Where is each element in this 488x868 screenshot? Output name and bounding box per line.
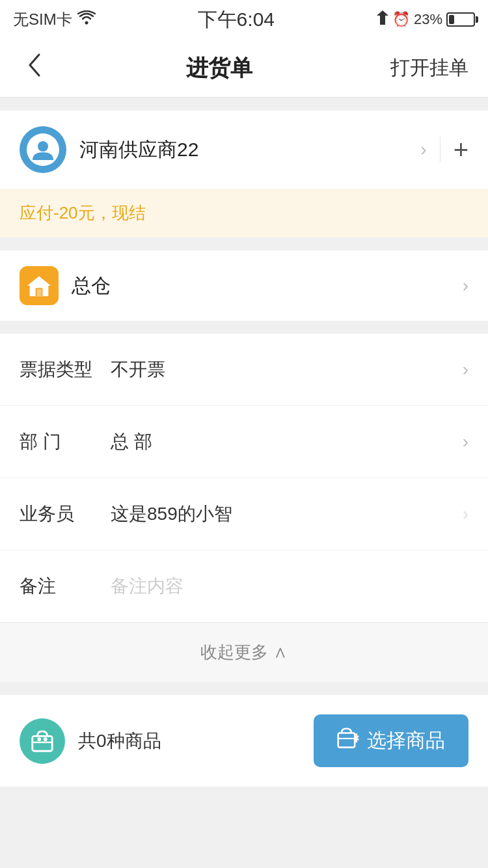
salesperson-row[interactable]: 业务员 这是859的小智 › <box>0 478 488 550</box>
select-product-button[interactable]: 选择商品 <box>314 714 468 767</box>
warehouse-name: 总仓 <box>72 273 463 299</box>
collapse-button[interactable]: 收起更多 ∧ <box>0 622 488 682</box>
wifi-icon <box>77 10 96 29</box>
supplier-row[interactable]: 河南供应商22 › + <box>0 111 488 189</box>
alarm-icon: ⏰ <box>392 11 410 28</box>
department-value: 总 部 <box>98 429 463 454</box>
supplier-avatar <box>20 126 66 173</box>
battery-fill <box>449 15 454 24</box>
location-icon <box>377 10 388 29</box>
section-gap-4 <box>0 682 488 695</box>
product-count-text: 共0种商品 <box>78 729 161 753</box>
warehouse-chevron-icon: › <box>463 275 468 296</box>
warehouse-row[interactable]: 总仓 › <box>0 251 488 321</box>
invoice-type-value: 不开票 <box>98 357 463 382</box>
salesperson-chevron-icon: › <box>463 504 468 524</box>
svg-point-9 <box>44 737 47 741</box>
battery-icon <box>446 12 475 27</box>
warehouse-section[interactable]: 总仓 › <box>0 251 488 321</box>
bottom-bar: 共0种商品 选择商品 <box>0 695 488 787</box>
salesperson-label: 业务员 <box>20 502 98 526</box>
section-gap-2 <box>0 237 488 251</box>
invoice-type-row[interactable]: 票据类型 不开票 › <box>0 334 488 405</box>
carrier-text: 无SIM卡 <box>13 9 72 30</box>
invoice-type-label: 票据类型 <box>20 357 98 382</box>
select-product-icon <box>337 727 359 754</box>
add-supplier-button[interactable]: + <box>440 137 468 163</box>
svg-rect-6 <box>33 736 52 751</box>
status-right: ⏰ 23% <box>377 10 475 29</box>
collapse-label: 收起更多 ∧ <box>200 641 287 664</box>
status-time: 下午6:04 <box>198 7 275 33</box>
svg-point-0 <box>85 21 88 25</box>
department-chevron-icon: › <box>463 431 468 452</box>
warehouse-icon <box>20 266 59 305</box>
svg-marker-3 <box>27 277 51 286</box>
supplier-section: 河南供应商22 › + 应付-20元，现结 <box>0 111 488 237</box>
svg-point-8 <box>37 737 41 741</box>
department-row[interactable]: 部 门 总 部 › <box>0 405 488 478</box>
supplier-name: 河南供应商22 <box>79 137 420 163</box>
remark-label: 备注 <box>20 574 98 599</box>
svg-point-1 <box>38 141 48 152</box>
product-icon <box>20 718 65 764</box>
nav-bar: 进货单 打开挂单 <box>0 39 488 98</box>
page-title: 进货单 <box>186 53 252 83</box>
svg-rect-10 <box>338 733 355 748</box>
section-gap-3 <box>0 321 488 334</box>
department-label: 部 门 <box>20 429 98 454</box>
remark-row[interactable]: 备注 备注内容 <box>0 550 488 622</box>
supplier-avatar-icon <box>27 133 59 166</box>
supplier-chevron-icon: › <box>420 139 426 160</box>
product-info: 共0种商品 <box>20 718 161 764</box>
page-background <box>0 787 488 868</box>
salesperson-value: 这是859的小智 <box>98 502 463 526</box>
form-section: 票据类型 不开票 › 部 门 总 部 › 业务员 这是859的小智 › 备注 备… <box>0 334 488 682</box>
select-product-label: 选择商品 <box>367 727 445 754</box>
remark-input[interactable]: 备注内容 <box>98 574 468 599</box>
supplier-actions: › + <box>420 137 468 163</box>
section-gap-1 <box>0 98 488 111</box>
back-button[interactable] <box>20 46 48 90</box>
status-left: 无SIM卡 <box>13 9 96 30</box>
notice-banner: 应付-20元，现结 <box>0 189 488 237</box>
battery-percent: 23% <box>414 11 442 28</box>
invoice-type-chevron-icon: › <box>463 359 468 380</box>
status-bar: 无SIM卡 下午6:04 ⏰ 23% <box>0 0 488 39</box>
open-pending-button[interactable]: 打开挂单 <box>390 55 468 81</box>
svg-rect-5 <box>36 289 41 296</box>
